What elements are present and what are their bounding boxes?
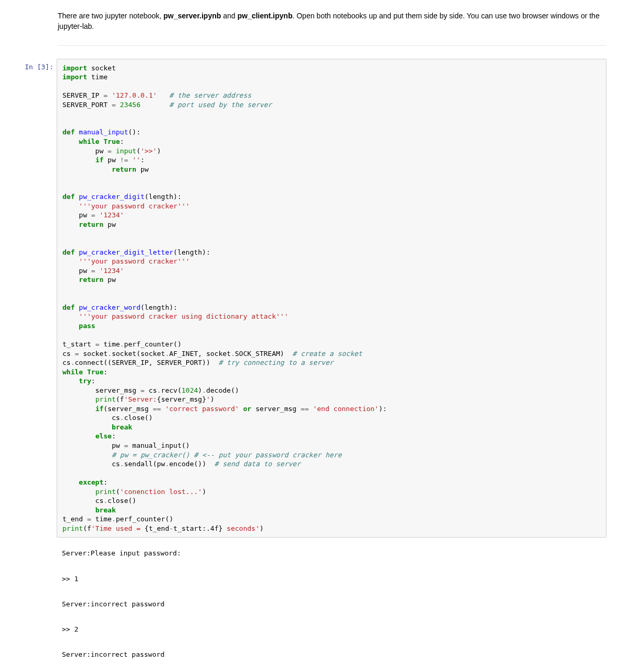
output-area: Server:Please input password: >> 1 Serve… xyxy=(57,542,607,672)
output-text: Server:Please input password: >> 1 Serve… xyxy=(62,547,601,672)
intro-bold-2: pw_client.ipynb xyxy=(237,12,292,20)
code-input-area[interactable]: import socket import time SERVER_IP = '1… xyxy=(57,59,607,538)
intro-text: There are two jupyter notebook, pw_serve… xyxy=(10,10,607,32)
input-prompt: In [3]: xyxy=(10,59,57,538)
intro-before: There are two jupyter notebook, xyxy=(58,12,164,20)
intro-bold-1: pw_server.ipynb xyxy=(164,12,221,20)
divider xyxy=(58,45,607,46)
intro-mid: and xyxy=(221,12,237,20)
code-cell: In [3]: import socket import time SERVER… xyxy=(10,59,607,538)
code-content: import socket import time SERVER_IP = '1… xyxy=(62,64,601,533)
